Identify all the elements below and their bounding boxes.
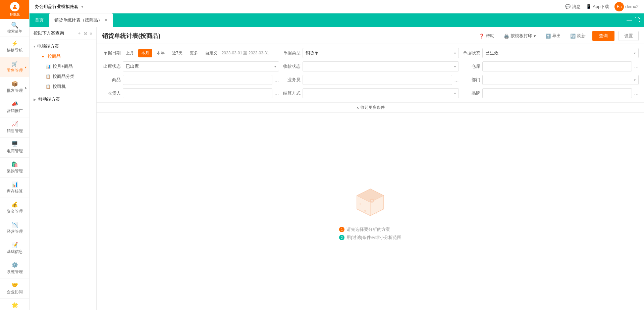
sidebar-item-caigouguanli[interactable]: 🛍️ 采购管理 xyxy=(0,158,29,178)
topbar: 办公用品行业模拟账套 ▾ 💬 消息 📱 App下载 Ea demo2 xyxy=(30,0,644,13)
salesperson-label: 业务员 xyxy=(282,77,301,83)
date-label: 单据日期 xyxy=(102,50,121,56)
sidebar-item-pifaguanli[interactable]: 📦 批发管理 ▴ xyxy=(0,77,29,97)
tree-item-by-category[interactable]: 📋 按商品分类 xyxy=(30,71,96,82)
refresh-btn[interactable]: 🔄 刷新 xyxy=(568,32,588,40)
collapse-icon: ∧ xyxy=(356,105,359,110)
sidebar-label: 经营管理 xyxy=(7,229,23,235)
tab-home[interactable]: 首页 xyxy=(30,13,49,27)
search-menu-icon: 🔍 xyxy=(11,21,18,29)
warehouse-more-icon[interactable]: … xyxy=(634,64,639,69)
department-select[interactable]: ▾ xyxy=(482,75,639,85)
sidebar-item-zijinguanli[interactable]: 💰 资金管理 xyxy=(0,198,29,218)
sidebar-item-dianshangguanli[interactable]: 🖥️ 电商管理 xyxy=(0,138,29,158)
date-btn-custom[interactable]: 自定义 xyxy=(202,49,220,57)
query-btn[interactable]: 查询 xyxy=(592,31,614,41)
sidebar-item-xinshou[interactable]: 🌟 新手引导 xyxy=(0,299,29,310)
sidebar-item-xitong[interactable]: ⚙️ 系统管理 xyxy=(0,258,29,278)
type-value: 销货单 xyxy=(306,50,319,56)
group-label: 移动端方案 xyxy=(38,96,60,102)
empty-steps: 1 请先选择要分析的方案 2 用[过滤]条件来缩小分析范围 xyxy=(339,226,401,241)
collapse-sidebar-icon[interactable]: « xyxy=(90,31,92,36)
warehouse-input[interactable] xyxy=(482,61,632,71)
refresh-icon: 🔄 xyxy=(570,34,576,39)
collapse-label: 收起更多条件 xyxy=(361,105,385,110)
sidebar-item-kucunhesuan[interactable]: 📊 库存核算 xyxy=(0,178,29,198)
message-btn[interactable]: 💬 消息 xyxy=(565,4,581,10)
goods-more-icon[interactable]: … xyxy=(274,77,279,83)
brand-more-icon[interactable]: … xyxy=(634,91,639,96)
tab-close-icon[interactable]: ✕ xyxy=(104,18,108,22)
add-scheme-icon[interactable]: ＋ xyxy=(77,30,82,36)
tree-item-by-driver[interactable]: 📋 按司机 xyxy=(30,82,96,92)
sidebar-item-lingshouggli[interactable]: 🛒 零售管理 ▾ xyxy=(0,57,29,77)
tree-item-by-goods[interactable]: ● 按商品 xyxy=(30,51,96,61)
tab-maximize-icon[interactable]: ⛶ xyxy=(635,17,640,23)
settings-btn[interactable]: 设置 xyxy=(619,31,639,41)
receiver-more-icon[interactable]: … xyxy=(274,91,279,96)
tree-item-by-month-goods[interactable]: 📊 按月+商品 xyxy=(30,61,96,71)
payment-select[interactable]: ▾ xyxy=(303,61,459,71)
item-label: 按商品分类 xyxy=(53,73,74,80)
group-label: 电脑端方案 xyxy=(37,43,59,49)
empty-step-1: 1 请先选择要分析的方案 xyxy=(339,226,401,232)
receiver-input[interactable] xyxy=(123,88,272,98)
sidebar-item-jingying[interactable]: 📉 经营管理 xyxy=(0,218,29,238)
export-btn[interactable]: ⬆️ 导出 xyxy=(543,32,564,40)
filter-item-payment: 收款状态 ▾ xyxy=(282,61,459,71)
type-dropdown-icon: ▾ xyxy=(454,51,456,55)
date-btn-lastmonth[interactable]: 上月 xyxy=(123,49,137,57)
date-btn-7days[interactable]: 近7天 xyxy=(169,49,185,57)
filter-item-department: 部门 ▾ xyxy=(462,75,639,85)
topbar-dropdown-icon[interactable]: ▾ xyxy=(81,4,84,9)
app-download-btn[interactable]: 📱 App下载 xyxy=(586,4,609,10)
salesperson-input[interactable] xyxy=(303,75,452,85)
sidebar-label: 零售管理 xyxy=(7,68,23,73)
empty-step-2: 2 用[过滤]条件来缩小分析范围 xyxy=(339,235,401,241)
topbar-title: 办公用品行业模拟账套 xyxy=(35,4,78,10)
nav-icon: 📣 xyxy=(11,101,18,107)
stock-select[interactable]: 已出库 ▾ xyxy=(123,61,279,71)
page-header: 销货单统计表(按商品) ❓ 帮助 🖨️ 按模板打印 ▾ ⬆️ 导出 xyxy=(97,27,644,44)
app-logo: 标准版 xyxy=(0,0,30,19)
tab-sales-stat[interactable]: 销货单统计表（按商品） ✕ xyxy=(49,13,113,27)
expand-icon: ▴ xyxy=(25,85,26,89)
empty-illustration xyxy=(350,182,390,222)
print-btn[interactable]: 🖨️ 按模板打印 ▾ xyxy=(501,32,539,40)
sidebar-label: 企业协同 xyxy=(7,289,23,295)
salesperson-more-icon[interactable]: … xyxy=(454,77,459,83)
svg-point-7 xyxy=(364,210,366,212)
sidebar: 标准版 🔍 搜索菜单 ⚡ 快捷导航 🛒 零售管理 ▾ 📦 批发管理 ▴ 📣 营销… xyxy=(0,0,30,310)
goods-input[interactable] xyxy=(123,75,272,85)
date-btn-more[interactable]: 更多 xyxy=(187,49,201,57)
nav-icon: 🛍️ xyxy=(11,161,18,167)
sidebar-item-jichuxinxi[interactable]: 📝 基础信息 xyxy=(0,238,29,258)
print-icon: 🖨️ xyxy=(504,34,509,39)
date-btn-thismonth[interactable]: 本月 xyxy=(138,49,152,57)
filter-item-receiver: 收货人 … xyxy=(102,88,279,98)
home-label: 首页 xyxy=(35,17,44,23)
user-profile-btn[interactable]: Ea demo2 xyxy=(614,2,639,11)
sidebar-item-kuaijiedaohang[interactable]: ⚡ 快捷导航 xyxy=(0,37,29,57)
export-label: 导出 xyxy=(552,33,561,39)
nav-icon: 🛒 xyxy=(11,60,18,67)
tab-minimize-icon[interactable]: — xyxy=(627,17,632,23)
export-icon: ⬆️ xyxy=(545,34,551,39)
sidebar-item-yingxiaotuguan[interactable]: 📣 营销推广 xyxy=(0,97,29,117)
payment-dropdown-icon: ▾ xyxy=(454,65,456,68)
brand-input[interactable] xyxy=(482,88,632,98)
status-select[interactable]: 已生效 ▾ xyxy=(482,48,639,58)
tree-group-pc-header[interactable]: ▾ 电脑端方案 xyxy=(30,41,96,51)
help-btn[interactable]: ❓ 帮助 xyxy=(476,32,497,40)
type-select[interactable]: 销货单 ▾ xyxy=(303,48,459,58)
item-icon: 📋 xyxy=(46,74,51,79)
sidebar-search-section[interactable]: 🔍 搜索菜单 xyxy=(0,19,29,37)
edit-scheme-icon[interactable]: ⊙ xyxy=(84,31,88,36)
sidebar-item-qiye[interactable]: 🤝 企业协同 xyxy=(0,278,29,299)
sidebar-item-xiaoshouguanli[interactable]: 📈 销售管理 xyxy=(0,117,29,138)
date-btn-thisyear[interactable]: 本年 xyxy=(154,49,168,57)
tree-group-mobile-header[interactable]: ▶ 移动端方案 xyxy=(30,94,96,104)
svg-point-9 xyxy=(360,203,361,205)
settlement-select[interactable]: ▾ xyxy=(303,88,459,98)
collapse-row[interactable]: ∧ 收起更多条件 xyxy=(97,103,644,113)
